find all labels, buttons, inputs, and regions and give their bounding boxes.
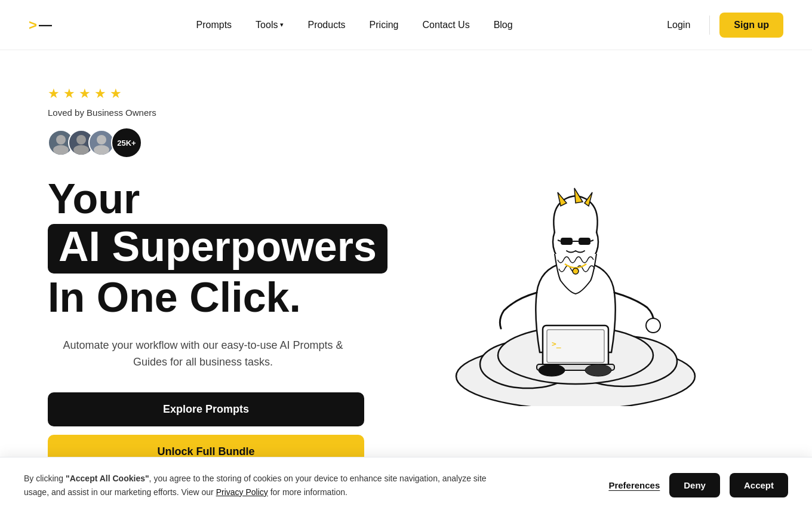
svg-point-26 — [646, 318, 660, 333]
user-count: 25K+ — [111, 127, 142, 158]
nav-actions: Login Sign up — [657, 13, 783, 38]
svg-point-2 — [76, 135, 86, 145]
svg-text:>_: >_ — [552, 339, 561, 349]
navbar: > — Prompts Tools ▾ Products Pricing Con… — [0, 0, 812, 50]
cookie-prefix: By clicking — [24, 474, 66, 483]
cookie-text: By clicking "Accept All Cookies", you ag… — [24, 472, 490, 493]
logo-dash: — — [39, 17, 51, 33]
star-4: ★ — [94, 86, 106, 102]
nav-tools-label: Tools — [256, 20, 278, 30]
nav-contact[interactable]: Contact Us — [423, 20, 470, 30]
signup-button[interactable]: Sign up — [719, 13, 783, 38]
star-1: ★ — [48, 86, 60, 102]
preferences-button[interactable]: Preferences — [608, 480, 660, 490]
headline-your: Your — [48, 177, 387, 222]
hero-left: ★ ★ ★ ★ ★ Loved by Business Owners 25K+ … — [48, 86, 387, 469]
nav-products[interactable]: Products — [307, 20, 345, 30]
deny-button[interactable]: Deny — [669, 473, 720, 493]
svg-point-4 — [97, 135, 106, 145]
headline-highlight-wrapper: AI Superpowers — [48, 222, 387, 277]
hero-subtext: Automate your workflow with our easy-to-… — [48, 337, 358, 371]
avatars-row: 25K+ — [48, 127, 387, 158]
star-3: ★ — [79, 86, 91, 102]
nav-blog[interactable]: Blog — [494, 20, 513, 30]
nav-tools[interactable]: Tools ▾ — [256, 20, 284, 30]
svg-point-24 — [539, 364, 565, 376]
nav-pricing[interactable]: Pricing — [370, 20, 399, 30]
svg-point-5 — [94, 145, 109, 155]
zeus-illustration: >_ — [432, 149, 719, 406]
hero-illustration: >_ — [387, 149, 764, 406]
svg-point-1 — [53, 145, 69, 155]
accept-button[interactable]: Accept — [730, 473, 788, 493]
nav-prompts[interactable]: Prompts — [196, 20, 232, 30]
nav-divider — [709, 16, 710, 35]
headline-highlight: AI Superpowers — [48, 224, 387, 274]
svg-point-23 — [573, 268, 579, 274]
cookie-actions: Preferences Deny Accept — [608, 473, 788, 493]
svg-point-0 — [56, 135, 66, 145]
cookie-bold: "Accept All Cookies" — [66, 474, 149, 483]
hero-section: ★ ★ ★ ★ ★ Loved by Business Owners 25K+ … — [0, 50, 812, 493]
svg-rect-16 — [579, 238, 590, 245]
loved-text: Loved by Business Owners — [48, 107, 387, 118]
svg-point-25 — [585, 364, 611, 376]
cookie-banner: By clicking "Accept All Cookies", you ag… — [0, 457, 812, 493]
logo[interactable]: > — — [29, 17, 51, 33]
svg-point-3 — [73, 145, 89, 155]
svg-marker-21 — [574, 188, 583, 203]
cookie-policy-suffix: for more information. — [268, 487, 347, 493]
star-5: ★ — [110, 86, 122, 102]
nav-links: Prompts Tools ▾ Products Pricing Contact… — [196, 20, 513, 30]
privacy-policy-link[interactable]: Privacy Policy — [216, 487, 268, 493]
explore-prompts-button[interactable]: Explore Prompts — [48, 392, 364, 426]
svg-rect-15 — [561, 238, 573, 245]
headline-line2: In One Click. — [48, 276, 387, 320]
star-rating: ★ ★ ★ ★ ★ — [48, 86, 387, 102]
chevron-down-icon: ▾ — [280, 21, 284, 29]
hero-headline: Your AI Superpowers In One Click. — [48, 177, 387, 320]
login-button[interactable]: Login — [657, 15, 700, 35]
star-2: ★ — [63, 86, 75, 102]
logo-arrow: > — [29, 17, 36, 33]
